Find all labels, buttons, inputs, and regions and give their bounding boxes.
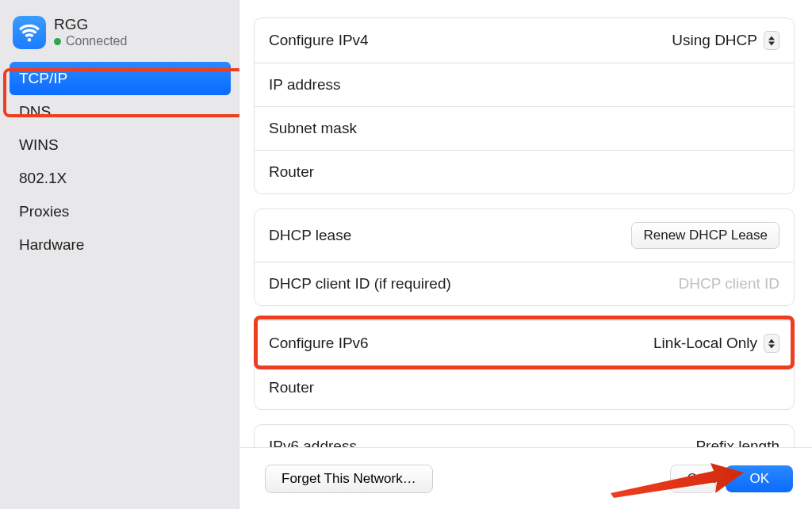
- ipv6-router-label: Router: [269, 379, 314, 396]
- sidebar-list: TCP/IP DNS WINS 802.1X Proxies Hardware: [10, 62, 231, 262]
- sidebar-item-hardware[interactable]: Hardware: [10, 228, 231, 262]
- row-ip-address: IP address: [255, 63, 794, 106]
- sidebar-item-dns[interactable]: DNS: [10, 95, 231, 128]
- dialog-footer: Forget This Network… Cancel OK: [239, 447, 812, 509]
- card-ipv4: Configure IPv4 Using DHCP IP address Sub…: [254, 17, 795, 194]
- network-status: Connected: [54, 34, 127, 48]
- network-name: RGG: [54, 17, 127, 33]
- configure-ipv4-select[interactable]: Using DHCP: [672, 31, 779, 50]
- row-configure-ipv6: Configure IPv6 Link-Local Only: [255, 321, 794, 365]
- updown-icon: [764, 31, 779, 50]
- configure-ipv4-label: Configure IPv4: [269, 32, 369, 49]
- row-dhcp-lease: DHCP lease Renew DHCP Lease: [255, 209, 794, 262]
- card-ipv6: Configure IPv6 Link-Local Only Router: [254, 320, 795, 410]
- sidebar-item-wins[interactable]: WINS: [10, 128, 231, 162]
- sidebar: RGG Connected TCP/IP DNS WINS 802.1X Pro…: [0, 0, 239, 509]
- content: Configure IPv4 Using DHCP IP address Sub…: [239, 0, 812, 509]
- row-configure-ipv4: Configure IPv4 Using DHCP: [255, 18, 794, 63]
- dhcp-clientid-input[interactable]: DHCP client ID: [679, 275, 779, 293]
- sidebar-item-proxies[interactable]: Proxies: [10, 195, 231, 228]
- dhcp-clientid-label: DHCP client ID (if required): [269, 275, 451, 293]
- forget-network-button[interactable]: Forget This Network…: [265, 465, 433, 493]
- sidebar-item-label: TCP/IP: [19, 70, 67, 86]
- network-header: RGG Connected: [10, 11, 231, 59]
- router-label: Router: [269, 163, 314, 181]
- sidebar-item-8021x[interactable]: 802.1X: [10, 162, 231, 195]
- ip-address-label: IP address: [269, 76, 340, 94]
- network-status-label: Connected: [66, 34, 127, 48]
- sidebar-item-label: Proxies: [19, 203, 69, 220]
- row-ipv6-router: Router: [255, 365, 794, 409]
- row-subnet-mask: Subnet mask: [255, 106, 794, 150]
- renew-dhcp-lease-button[interactable]: Renew DHCP Lease: [631, 222, 779, 249]
- ok-button[interactable]: OK: [726, 465, 793, 492]
- sidebar-item-tcpip[interactable]: TCP/IP: [10, 62, 231, 95]
- status-dot-icon: [54, 38, 61, 45]
- row-dhcp-clientid: DHCP client ID (if required) DHCP client…: [255, 262, 794, 305]
- configure-ipv6-label: Configure IPv6: [269, 335, 369, 352]
- updown-icon: [764, 334, 779, 353]
- configure-ipv6-select[interactable]: Link-Local Only: [653, 334, 779, 353]
- row-router: Router: [255, 150, 794, 193]
- sidebar-item-label: Hardware: [19, 236, 84, 253]
- card-dhcp: DHCP lease Renew DHCP Lease DHCP client …: [254, 209, 795, 306]
- configure-ipv6-value: Link-Local Only: [653, 335, 757, 352]
- subnet-mask-label: Subnet mask: [269, 120, 357, 137]
- sidebar-item-label: DNS: [19, 103, 51, 120]
- dhcp-lease-label: DHCP lease: [269, 227, 351, 244]
- cancel-button[interactable]: Cancel: [670, 465, 716, 493]
- sidebar-item-label: 802.1X: [19, 170, 67, 186]
- configure-ipv4-value: Using DHCP: [672, 32, 757, 49]
- sidebar-item-label: WINS: [19, 136, 59, 153]
- wifi-icon: [13, 16, 46, 49]
